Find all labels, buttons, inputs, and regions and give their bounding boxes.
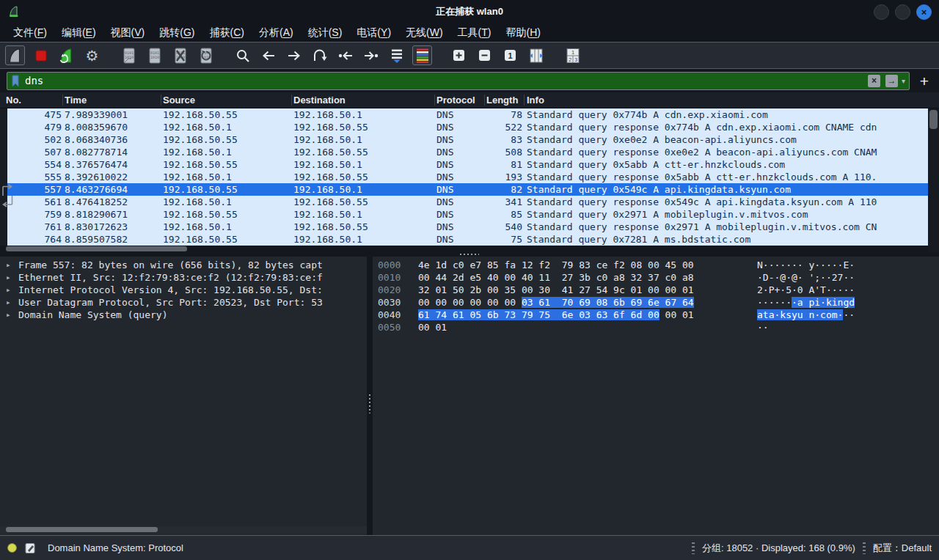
packet-row[interactable]: 7598.818290671192.168.50.55192.168.50.1D…	[0, 208, 939, 221]
expander-icon[interactable]: ▸	[6, 259, 11, 271]
menu-telephony[interactable]: 电话(Y)	[349, 26, 398, 40]
column-header-no[interactable]: No.	[6, 95, 21, 106]
detail-hscrollbar-thumb[interactable]	[6, 527, 158, 532]
capture-options-button[interactable]: ⚙	[82, 45, 102, 65]
go-last-packet-button[interactable]	[361, 45, 381, 65]
column-separator[interactable]	[291, 95, 292, 106]
splitter-grip[interactable]	[460, 254, 479, 255]
detail-tree-item[interactable]: ▸Ethernet II, Src: 12:f2:79:83:ce:f2 (12…	[0, 271, 367, 284]
packet-row[interactable]: 7618.830172623192.168.50.1192.168.50.55D…	[0, 221, 939, 233]
column-separator[interactable]	[161, 95, 161, 106]
hex-row[interactable]: 002032 01 50 2b 00 35 00 30 41 27 54 9c …	[373, 284, 939, 296]
open-file-button[interactable]: 01011010	[119, 45, 139, 65]
detail-tree-item[interactable]: ▸Frame 557: 82 bytes on wire (656 bits),…	[0, 259, 367, 271]
arrow-right-icon	[287, 50, 302, 62]
add-filter-button[interactable]: +	[916, 73, 932, 89]
detail-tree-item[interactable]: ▸Internet Protocol Version 4, Src: 192.1…	[0, 284, 367, 296]
hex-row[interactable]: 001000 44 2d e5 40 00 40 11 27 3b c0 a8 …	[373, 271, 939, 284]
column-header-protocol[interactable]: Protocol	[436, 95, 475, 106]
col-source: 192.168.50.1	[163, 121, 289, 133]
menu-tools[interactable]: 工具(T)	[450, 26, 499, 40]
save-file-button[interactable]: 01011010	[145, 45, 164, 65]
menu-file[interactable]: 文件(F)	[6, 26, 54, 40]
detail-hscrollbar[interactable]	[0, 526, 367, 534]
resize-columns-button[interactable]	[526, 45, 546, 65]
go-back-button[interactable]	[258, 45, 278, 65]
column-separator[interactable]	[524, 95, 525, 106]
profile-selector[interactable]: 配置：Default	[873, 542, 932, 555]
zoom-out-button[interactable]	[475, 45, 494, 65]
column-header-length[interactable]: Length	[486, 95, 518, 106]
packet-list-hscrollbar[interactable]	[0, 246, 928, 252]
menu-help[interactable]: 帮助(H)	[499, 26, 548, 40]
pane-splitter-grip[interactable]	[369, 394, 370, 413]
packet-list-hscrollbar-thumb[interactable]	[6, 246, 187, 251]
capture-comment-icon[interactable]	[24, 542, 36, 554]
status-grip-right[interactable]	[863, 542, 866, 554]
col-source: 192.168.50.1	[163, 146, 289, 158]
column-header-info[interactable]: Info	[527, 95, 544, 106]
expert-info-icon[interactable]	[7, 543, 17, 553]
column-header-destination[interactable]: Destination	[293, 95, 346, 106]
packet-row[interactable]: 4798.008359670192.168.50.1192.168.50.55D…	[0, 121, 939, 133]
go-to-packet-button[interactable]	[310, 45, 329, 65]
packet-row[interactable]: 5578.463276694192.168.50.55192.168.50.1D…	[0, 183, 939, 196]
display-filter-input[interactable]: dns × → ▾	[7, 72, 910, 90]
number-columns-button[interactable]: 123	[563, 45, 582, 65]
packet-list-vscrollbar-thumb[interactable]	[929, 110, 938, 129]
packet-row[interactable]: 5548.376576474192.168.50.55192.168.50.1D…	[0, 158, 939, 171]
expander-icon[interactable]: ▸	[6, 284, 11, 296]
packet-row[interactable]: 5078.082778714192.168.50.1192.168.50.55D…	[0, 146, 939, 158]
reload-file-button[interactable]: 01011010	[196, 45, 216, 65]
close-button[interactable]: ×	[916, 4, 932, 20]
apply-filter-button[interactable]: →	[885, 75, 898, 87]
menu-capture[interactable]: 捕获(C)	[202, 26, 252, 40]
hex-row[interactable]: 00004e 1d c0 e7 85 fa 12 f2 79 83 ce f2 …	[373, 259, 939, 271]
packet-row[interactable]: 5028.068340736192.168.50.55192.168.50.1D…	[0, 133, 939, 146]
column-separator[interactable]	[484, 95, 485, 106]
filter-value[interactable]: dns	[25, 75, 863, 86]
zoom-100-button[interactable]: 1	[500, 45, 520, 65]
menu-analyze[interactable]: 分析(A)	[252, 26, 301, 40]
column-separator[interactable]	[434, 95, 435, 106]
zoom-in-button[interactable]	[449, 45, 469, 65]
packet-row[interactable]: 4757.989339001192.168.50.55192.168.50.1D…	[0, 108, 939, 121]
packet-row[interactable]: 5558.392610022192.168.50.1192.168.50.55D…	[0, 171, 939, 183]
filter-dropdown-caret-icon[interactable]: ▾	[902, 77, 905, 85]
hex-row[interactable]: 003000 00 00 00 00 00 03 61 70 69 08 6b …	[373, 296, 939, 309]
find-packet-button[interactable]	[233, 45, 252, 65]
zoom-out-icon	[478, 49, 491, 62]
maximize-button[interactable]	[895, 4, 910, 20]
go-forward-button[interactable]	[284, 45, 304, 65]
packet-list-vscrollbar[interactable]	[928, 108, 939, 252]
detail-tree-item[interactable]: ▸User Datagram Protocol, Src Port: 20523…	[0, 296, 367, 309]
auto-scroll-button[interactable]	[387, 45, 406, 65]
expander-icon[interactable]: ▸	[6, 309, 11, 321]
restart-capture-button[interactable]	[56, 45, 76, 65]
menu-go[interactable]: 跳转(G)	[152, 26, 202, 40]
column-separator[interactable]	[62, 95, 63, 106]
pane-splitter[interactable]	[367, 257, 373, 535]
close-file-button[interactable]: 01011010	[170, 45, 190, 65]
menu-statistics[interactable]: 统计(S)	[301, 26, 350, 40]
column-header-time[interactable]: Time	[65, 95, 87, 106]
expander-icon[interactable]: ▸	[6, 296, 11, 309]
status-grip-left[interactable]	[692, 542, 695, 554]
stop-capture-button[interactable]	[31, 45, 51, 65]
detail-tree-item[interactable]: ▸Domain Name System (query)	[0, 309, 367, 321]
clear-filter-button[interactable]: ×	[868, 75, 880, 87]
start-capture-button[interactable]	[5, 45, 25, 65]
filter-bookmark-icon[interactable]	[11, 75, 20, 87]
menu-view[interactable]: 视图(V)	[103, 26, 153, 40]
column-header-source[interactable]: Source	[163, 95, 195, 106]
packet-row[interactable]: 7648.859507582192.168.50.55192.168.50.1D…	[0, 233, 939, 246]
go-first-packet-button[interactable]	[335, 45, 355, 65]
packet-row[interactable]: 5618.476418252192.168.50.1192.168.50.55D…	[0, 196, 939, 208]
menu-wireless[interactable]: 无线(W)	[398, 26, 450, 40]
colorize-packets-button[interactable]	[412, 45, 432, 65]
hex-row[interactable]: 005000 01··	[373, 321, 939, 334]
hex-row[interactable]: 004061 74 61 05 6b 73 79 75 6e 03 63 6f …	[373, 309, 939, 321]
expander-icon[interactable]: ▸	[6, 271, 11, 284]
menu-edit[interactable]: 编辑(E)	[54, 26, 103, 40]
minimize-button[interactable]	[874, 4, 889, 20]
